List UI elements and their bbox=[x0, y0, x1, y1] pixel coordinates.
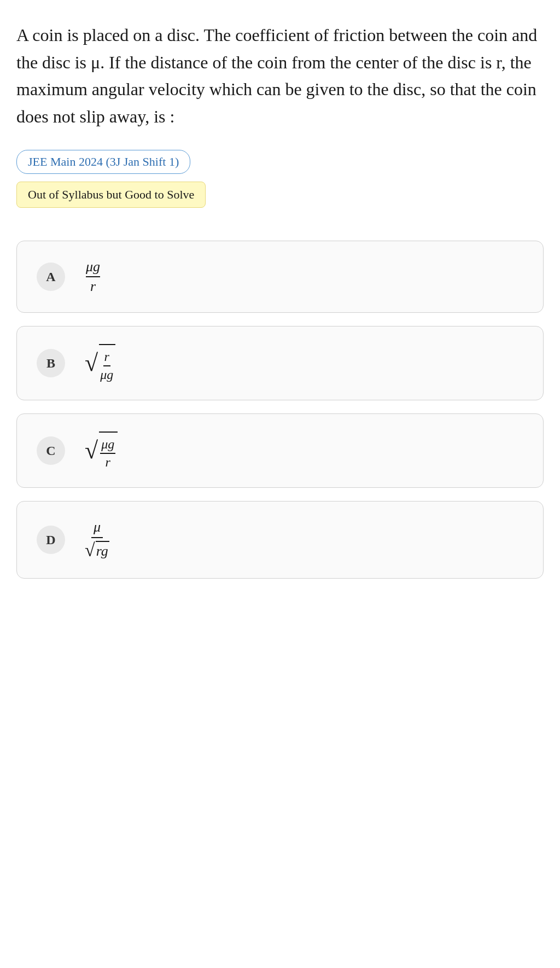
option-content-a: μg r bbox=[85, 259, 101, 295]
jee-tag[interactable]: JEE Main 2024 (3J Jan Shift 1) bbox=[16, 150, 190, 174]
option-card-c[interactable]: C √ μg r bbox=[16, 413, 544, 488]
option-letter-c: C bbox=[37, 436, 65, 465]
tag-container: JEE Main 2024 (3J Jan Shift 1) Out of Sy… bbox=[16, 150, 544, 208]
option-content-c: √ μg r bbox=[85, 431, 118, 470]
option-letter-b: B bbox=[37, 349, 65, 377]
question-container: A coin is placed on a disc. The coeffici… bbox=[16, 22, 544, 579]
option-letter-a: A bbox=[37, 263, 65, 291]
option-card-d[interactable]: D μ √ rg bbox=[16, 501, 544, 579]
option-content-b: √ r μg bbox=[85, 344, 115, 382]
syllabus-tag[interactable]: Out of Syllabus but Good to Solve bbox=[16, 182, 206, 208]
option-letter-d: D bbox=[37, 526, 65, 554]
option-card-b[interactable]: B √ r μg bbox=[16, 326, 544, 400]
option-card-a[interactable]: A μg r bbox=[16, 241, 544, 313]
question-text: A coin is placed on a disc. The coeffici… bbox=[16, 22, 544, 130]
option-content-d: μ √ rg bbox=[85, 519, 109, 561]
options-container: A μg r B √ r μg bbox=[16, 241, 544, 579]
